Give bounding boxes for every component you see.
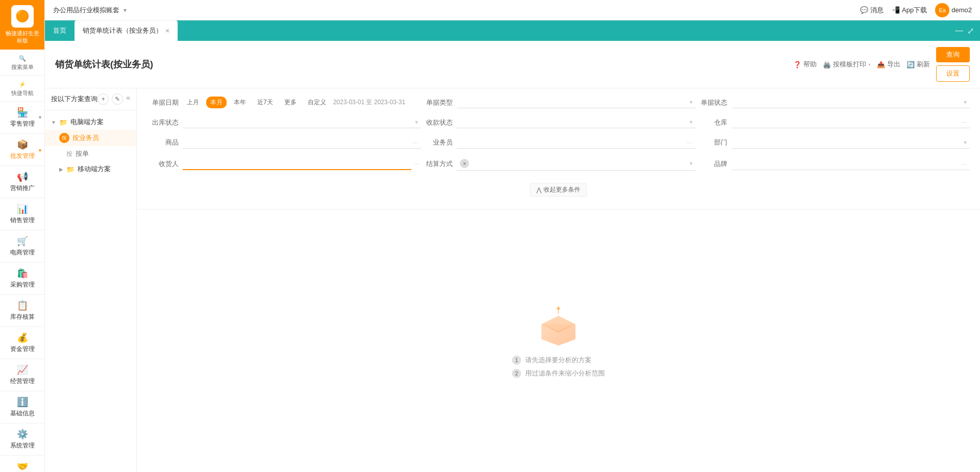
department-select[interactable]: ▾ bbox=[731, 137, 970, 149]
salesperson-select[interactable]: ··· bbox=[457, 136, 695, 149]
query-button[interactable]: 查询 bbox=[936, 47, 970, 62]
sidebar-item-enterprise[interactable]: 🤝 企业协同 bbox=[0, 456, 44, 472]
tabbar-actions: — ⤢ bbox=[949, 26, 980, 36]
date-range-display: 2023-03-01 至 2023-03-31 bbox=[333, 98, 405, 107]
tab-minimize-icon[interactable]: — bbox=[955, 26, 963, 35]
filter-payment-status: 收款状态 ▾ bbox=[421, 116, 695, 128]
sidebar-item-inventory[interactable]: 📋 库存核算 bbox=[0, 295, 44, 327]
sidebar-item-shortcut[interactable]: ⚡ 快捷导航 bbox=[0, 76, 44, 102]
tree-root-mobile[interactable]: ▶ 📁 移动端方案 bbox=[45, 161, 136, 177]
doc-status-arrow: ▾ bbox=[964, 99, 967, 106]
sidebar-item-search[interactable]: 🔍 搜索菜单 bbox=[0, 50, 44, 76]
warehouse-label: 仓库 bbox=[696, 118, 731, 127]
goods-select[interactable]: ··· bbox=[183, 136, 421, 149]
date-btn-last-7days[interactable]: 近7天 bbox=[253, 97, 277, 108]
date-btn-custom[interactable]: 自定义 bbox=[304, 97, 330, 108]
refresh-btn[interactable]: 🔄 刷新 bbox=[906, 60, 930, 69]
left-panel-title: 按以下方案查询 bbox=[51, 95, 97, 104]
doc-status-label: 单据状态 bbox=[696, 98, 731, 107]
sidebar-item-wholesale[interactable]: 📦 批发管理 ▲ bbox=[0, 134, 44, 166]
filter-department: 部门 ▾ bbox=[696, 137, 970, 149]
sidebar-item-ecommerce[interactable]: 🛒 电商管理 bbox=[0, 230, 44, 263]
mobile-tree-expand-icon: ▶ bbox=[59, 167, 63, 172]
goods-dots: ··· bbox=[412, 138, 418, 146]
warehouse-select[interactable]: ··· bbox=[731, 116, 970, 128]
page-title: 销货单统计表(按业务员) bbox=[55, 58, 153, 77]
tree-grandchild-by-order[interactable]: 按 按单 bbox=[45, 146, 136, 161]
retail-arrow: ▼ bbox=[38, 115, 42, 120]
wholesale-arrow: ▲ bbox=[38, 147, 42, 152]
filter-goods: 商品 ··· bbox=[147, 136, 421, 149]
filter-warehouse: 仓库 ··· bbox=[696, 116, 970, 128]
tab-sales-report[interactable]: 销货单统计表（按业务员） × bbox=[75, 20, 178, 41]
tab-home[interactable]: 首页 bbox=[45, 20, 75, 41]
brand-select[interactable]: ··· bbox=[731, 158, 970, 170]
sidebar-item-sales[interactable]: 📊 销售管理 bbox=[0, 198, 44, 230]
app-download-label: App下载 bbox=[902, 6, 927, 15]
tab-close-icon[interactable]: × bbox=[165, 27, 169, 35]
app-download-btn[interactable]: 📲 App下载 bbox=[892, 6, 927, 15]
date-btn-this-year[interactable]: 本年 bbox=[230, 97, 250, 108]
filter-doc-type: 单据类型 ▾ bbox=[421, 97, 695, 108]
main-area: 办公用品行业模拟账套 ▾ 💬 消息 📲 App下载 Ea demo2 首页 销货… bbox=[45, 0, 980, 472]
marketing-icon: 📢 bbox=[17, 171, 28, 182]
sidebar-item-purchase[interactable]: 🛍️ 采购管理 bbox=[0, 263, 44, 295]
add-scheme-btn[interactable]: + bbox=[97, 93, 109, 105]
out-status-arrow: ▾ bbox=[415, 119, 418, 126]
brand-dots: ··· bbox=[961, 160, 967, 168]
user-profile-btn[interactable]: Ea demo2 bbox=[935, 3, 972, 17]
order-scheme-icon: 按 bbox=[66, 150, 72, 158]
settlement-clear-btn[interactable]: × bbox=[460, 159, 469, 168]
edit-scheme-btn[interactable]: ✎ bbox=[112, 93, 123, 105]
filter-row-1: 单据日期 上月 本月 本年 近7天 更多 自定义 2023-03-01 至 20… bbox=[147, 97, 970, 108]
payment-status-select[interactable]: ▾ bbox=[457, 116, 695, 128]
sidebar-item-retail[interactable]: 🏪 零售管理 ▼ bbox=[0, 102, 44, 134]
tree-child-by-salesperson[interactable]: 按 按业务员 bbox=[45, 130, 136, 146]
help-btn[interactable]: ❓ 帮助 bbox=[793, 60, 817, 69]
content-area: 销货单统计表(按业务员) ❓ 帮助 🖨️ 按模板打印 ▾ 📤 导出 🔄 刷 bbox=[45, 41, 980, 472]
page-header: 销货单统计表(按业务员) ❓ 帮助 🖨️ 按模板打印 ▾ 📤 导出 🔄 刷 bbox=[45, 41, 980, 88]
out-status-select[interactable]: ▾ bbox=[183, 116, 421, 128]
date-btn-last-month[interactable]: 上月 bbox=[183, 97, 203, 108]
out-status-label: 出库状态 bbox=[147, 118, 183, 127]
folder-icon: 📁 bbox=[59, 119, 67, 126]
salesperson-scheme-icon: 按 bbox=[59, 133, 69, 143]
brand-label: 品牌 bbox=[696, 159, 731, 169]
tree-root-desktop[interactable]: ▼ 📁 电脑端方案 bbox=[45, 114, 136, 130]
sidebar-item-operations[interactable]: 📈 经营管理 bbox=[0, 359, 44, 391]
collapse-more-conditions-btn[interactable]: ⋀ 收起更多条件 bbox=[530, 183, 587, 197]
filter-row-4: 收货人 ··· 结算方式 × ▾ 品牌 bbox=[147, 157, 970, 171]
doc-status-select[interactable]: ▾ bbox=[731, 97, 970, 108]
collapse-btn-row: ⋀ 收起更多条件 bbox=[147, 179, 970, 201]
logo-icon: 🟠 bbox=[11, 5, 34, 28]
sidebar-item-basic-info[interactable]: ℹ️ 基础信息 bbox=[0, 391, 44, 423]
topbar-dropdown-icon[interactable]: ▾ bbox=[124, 7, 127, 14]
inventory-icon: 📋 bbox=[17, 300, 28, 311]
tree-root-mobile-label: 移动端方案 bbox=[78, 164, 111, 174]
tip-text-2: 用过滤条件来缩小分析范围 bbox=[525, 369, 605, 378]
page-actions: ❓ 帮助 🖨️ 按模板打印 ▾ 📤 导出 🔄 刷新 查询 bbox=[793, 47, 970, 88]
sidebar-item-system[interactable]: ⚙️ 系统管理 bbox=[0, 423, 44, 456]
date-btn-more[interactable]: 更多 bbox=[280, 97, 301, 108]
sidebar-item-finance[interactable]: 💰 资金管理 bbox=[0, 327, 44, 359]
collapse-panel-btn[interactable]: « bbox=[126, 93, 130, 105]
sidebar-item-marketing[interactable]: 📢 营销推广 bbox=[0, 166, 44, 198]
receiver-input[interactable] bbox=[183, 157, 411, 170]
export-btn[interactable]: 📤 导出 bbox=[877, 60, 900, 69]
print-btn[interactable]: 🖨️ 按模板打印 ▾ bbox=[823, 60, 871, 69]
help-label: 帮助 bbox=[803, 60, 817, 69]
sidebar-shortcut-label: 快捷导航 bbox=[11, 89, 34, 97]
doc-type-select[interactable]: ▾ bbox=[457, 97, 695, 108]
settings-button[interactable]: 设置 bbox=[936, 65, 970, 82]
tab-sales-report-label: 销货单统计表（按业务员） bbox=[83, 26, 162, 35]
message-btn[interactable]: 💬 消息 bbox=[860, 6, 884, 15]
receiver-dots[interactable]: ··· bbox=[411, 158, 421, 170]
warehouse-dots: ··· bbox=[962, 119, 967, 126]
data-area: 1 请先选择要分析的方案 2 用过滤条件来缩小分析范围 bbox=[137, 209, 980, 472]
tab-maximize-icon[interactable]: ⤢ bbox=[967, 26, 974, 36]
settlement-select[interactable]: × ▾ bbox=[457, 157, 695, 171]
payment-status-arrow: ▾ bbox=[690, 119, 693, 126]
date-btn-this-month[interactable]: 本月 bbox=[206, 97, 227, 108]
filter-brand: 品牌 ··· bbox=[696, 158, 970, 170]
filter-date: 单据日期 上月 本月 本年 近7天 更多 自定义 2023-03-01 至 20… bbox=[147, 97, 421, 108]
